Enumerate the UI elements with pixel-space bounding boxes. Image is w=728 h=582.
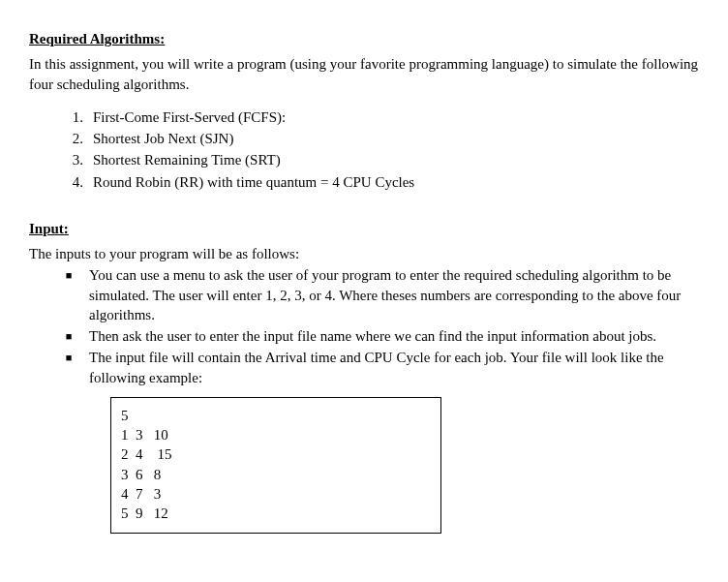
section-heading-input: Input: [29,219,699,238]
list-text: First-Come First-Served (FCFS): [93,107,286,127]
list-item: ■ Then ask the user to enter the input f… [62,326,699,346]
algorithm-list: 1. First-Come First-Served (FCFS): 2. Sh… [62,107,699,192]
section-heading-required: Required Algorithms: [29,29,699,48]
list-item: ■ The input file will contain the Arriva… [62,348,699,387]
required-intro-text: In this assignment, you will write a pro… [29,54,699,94]
file-example-box: 5 1 3 10 2 4 15 3 6 8 4 7 3 5 9 12 [110,397,441,535]
list-item: ■ You can use a menu to ask the user of … [62,265,699,324]
bullet-text: The input file will contain the Arrival … [89,348,699,387]
bullet-icon: ■ [62,265,76,285]
list-text: Shortest Remaining Time (SRT) [93,150,281,169]
list-item: 4. Round Robin (RR) with time quantum = … [62,172,699,192]
list-number: 4. [62,172,83,192]
bullet-text: You can use a menu to ask the user of yo… [89,265,699,324]
input-bullet-list: ■ You can use a menu to ask the user of … [62,265,699,387]
list-number: 2. [62,129,83,148]
list-item: 1. First-Come First-Served (FCFS): [62,107,699,127]
bullet-icon: ■ [62,326,76,346]
bullet-icon: ■ [62,348,76,367]
list-item: 2. Shortest Job Next (SJN) [62,129,699,148]
input-intro-text: The inputs to your program will be as fo… [29,244,699,263]
list-item: 3. Shortest Remaining Time (SRT) [62,150,699,169]
list-text: Shortest Job Next (SJN) [93,129,233,148]
bullet-text: Then ask the user to enter the input fil… [89,326,699,346]
list-text: Round Robin (RR) with time quantum = 4 C… [93,172,414,192]
list-number: 3. [62,150,83,169]
list-number: 1. [62,107,83,127]
